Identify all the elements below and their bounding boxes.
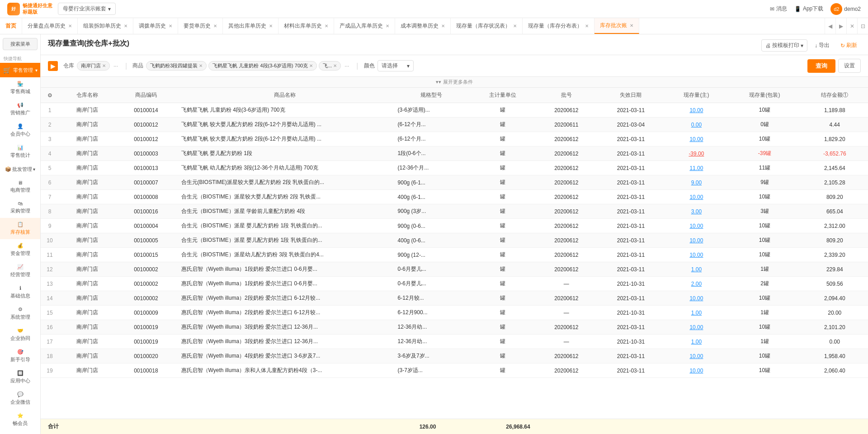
- product-tag-2[interactable]: 飞鹤星飞帆 儿童奶粉 4段(3-6岁适用) 700克 ✕: [208, 61, 317, 71]
- row-stock-main[interactable]: 10.00: [665, 219, 728, 233]
- row-stock-main[interactable]: 10.00: [665, 291, 728, 306]
- sidebar-item-finance[interactable]: 💰 资金管理: [0, 239, 40, 260]
- row-stock-main[interactable]: 0.00: [665, 118, 728, 132]
- expand-more-conditions[interactable]: ▾▾ 展开更多条件: [41, 77, 868, 88]
- close-icon[interactable]: ✕: [441, 24, 445, 28]
- sidebar-item-weixin[interactable]: 💬 企业微信: [0, 388, 40, 409]
- store-selector[interactable]: 母婴行业演示账套 ▾: [58, 3, 116, 15]
- color-filter-select[interactable]: 请选择 ▾: [377, 60, 414, 71]
- sidebar-item-purchase[interactable]: 🛍 采购管理: [0, 197, 40, 218]
- row-stock-main[interactable]: 2.00: [665, 277, 728, 291]
- maximize-button[interactable]: ⊡: [857, 18, 868, 34]
- tab-6[interactable]: 材料出库单历史 ✕: [278, 18, 334, 34]
- close-icon[interactable]: ✕: [585, 24, 589, 28]
- product-more-button[interactable]: ···: [343, 62, 351, 70]
- table-row: 6 南岸门店 00100007 合生元(BIOSTIME)派星较大婴儿配方奶粉 …: [41, 175, 868, 190]
- tab-5[interactable]: 其他出库单历史 ✕: [223, 18, 278, 34]
- tab-3[interactable]: 调拨单历史 ✕: [133, 18, 178, 34]
- sidebar-item-marketing[interactable]: 📢 营销推广: [0, 99, 40, 120]
- row-stock-main[interactable]: 10.00: [665, 190, 728, 204]
- sidebar-item-wholesale[interactable]: 📦 批发管理 ▾: [0, 162, 40, 176]
- sidebar-item-inventory[interactable]: 📋 库存核算: [0, 218, 40, 239]
- row-batch: —: [536, 335, 597, 349]
- tab-11[interactable]: 库存批次账 ✕: [594, 18, 639, 34]
- sidebar-item-statistics[interactable]: 📊 零售统计: [0, 141, 40, 162]
- row-stock-main[interactable]: 1.00: [665, 262, 728, 277]
- sidebar-item-member-pro[interactable]: ⭐ 畅会员: [0, 409, 40, 430]
- row-stock-main[interactable]: 10.00: [665, 248, 728, 262]
- filter-expand-button[interactable]: ▶: [48, 61, 58, 71]
- tab-prev-arrow[interactable]: ◀: [825, 18, 835, 34]
- warehouse-tag[interactable]: 南岸门店 ✕: [77, 61, 110, 71]
- row-batch: 20200612: [536, 204, 597, 219]
- row-stock-main[interactable]: 10.00: [665, 103, 728, 118]
- row-stock-main[interactable]: 1.00: [665, 306, 728, 320]
- sidebar-item-member[interactable]: 👤 会员中心: [0, 120, 40, 141]
- warehouse-more-button[interactable]: ···: [112, 62, 120, 70]
- tab-7[interactable]: 产成品入库单历史 ✕: [334, 18, 395, 34]
- product-tag-2-close[interactable]: ✕: [309, 63, 313, 68]
- tab-1[interactable]: 分量盘点单历史 ✕: [22, 18, 78, 34]
- tab-home[interactable]: 首页: [0, 18, 22, 34]
- row-stock-main[interactable]: 10.00: [665, 349, 728, 363]
- warehouse-tag-close[interactable]: ✕: [102, 63, 106, 68]
- app-download-button[interactable]: 📱 App下载: [794, 5, 823, 13]
- row-stock-main[interactable]: -39.00: [665, 146, 728, 161]
- tab-9[interactable]: 现存量（库存状况表） ✕: [451, 18, 523, 34]
- sidebar-item-basic-info[interactable]: ℹ 基础信息: [0, 282, 40, 303]
- export-button[interactable]: ↓ 导出: [811, 40, 833, 51]
- product-tag-3[interactable]: 飞... ✕: [319, 61, 341, 71]
- row-stock-main[interactable]: 1.00: [665, 335, 728, 349]
- close-icon[interactable]: ✕: [630, 23, 633, 28]
- row-stock-main[interactable]: 11.00: [665, 161, 728, 175]
- template-print-button[interactable]: 🖨 按模板打印 ▾: [761, 39, 807, 52]
- sidebar-item-app-center[interactable]: 🔲 应用中心: [0, 367, 40, 388]
- tab-next-arrow[interactable]: ▶: [835, 18, 846, 34]
- close-icon[interactable]: ✕: [325, 24, 328, 28]
- row-expire: 2021-03-11: [597, 219, 665, 233]
- sidebar-item-guide[interactable]: 🎯 新手引导: [0, 345, 40, 367]
- sidebar-item-ecommerce[interactable]: 🖥 电商管理: [0, 176, 40, 197]
- row-stock-main[interactable]: 3.00: [665, 204, 728, 219]
- sidebar-item-mall[interactable]: 🏪 零售商城: [0, 77, 40, 99]
- row-num: 9: [41, 219, 59, 233]
- sidebar-item-collab[interactable]: 🤝 企业协同: [0, 324, 40, 345]
- search-menu-button[interactable]: 搜索菜单: [3, 38, 38, 50]
- close-icon[interactable]: ✕: [386, 24, 389, 28]
- sidebar-item-retail[interactable]: 🛒 零售管理 ▾: [0, 63, 40, 77]
- user-profile[interactable]: d2 demo2: [830, 3, 861, 15]
- close-icon[interactable]: ✕: [169, 24, 172, 28]
- product-tag-3-close[interactable]: ✕: [333, 63, 337, 68]
- row-stock-main[interactable]: 10.00: [665, 363, 728, 378]
- tab-8[interactable]: 成本调整单历史 ✕: [395, 18, 451, 34]
- operation-icon: 📈: [17, 264, 24, 270]
- query-button[interactable]: 查询: [807, 59, 835, 73]
- row-expire: 2021-03-11: [597, 262, 665, 277]
- row-stock-main[interactable]: 10.00: [665, 320, 728, 335]
- sidebar-item-system[interactable]: ⚙ 系统管理: [0, 303, 40, 324]
- row-stock-main[interactable]: 9.00: [665, 175, 728, 190]
- row-warehouse: 南岸门店: [59, 349, 115, 363]
- close-icon[interactable]: ✕: [213, 24, 217, 28]
- tab-10[interactable]: 现存量（库存分布表） ✕: [523, 18, 594, 34]
- row-stock-pack: 10罐: [728, 320, 801, 335]
- tab-2[interactable]: 组装拆卸单历史 ✕: [78, 18, 133, 34]
- col-settings[interactable]: ⚙: [41, 88, 59, 103]
- product-tag-1[interactable]: 飞鹤奶粉3段四罐提装 ✕: [146, 61, 207, 71]
- sidebar-item-operation[interactable]: 📈 经营管理: [0, 260, 40, 282]
- close-icon[interactable]: ✕: [124, 24, 127, 28]
- tab-4[interactable]: 要货单历史 ✕: [178, 18, 223, 34]
- marketing-icon: 📢: [17, 102, 24, 108]
- product-tag-1-close[interactable]: ✕: [199, 63, 203, 68]
- settings-button[interactable]: 设置: [838, 59, 861, 73]
- row-batch: 20200612: [536, 132, 597, 146]
- row-code: 00100013: [115, 161, 176, 175]
- message-button[interactable]: ✉ 消息: [770, 5, 787, 13]
- close-icon[interactable]: ✕: [269, 24, 273, 28]
- row-stock-main[interactable]: 10.00: [665, 132, 728, 146]
- close-all-tabs-button[interactable]: ✕: [846, 18, 857, 34]
- refresh-button[interactable]: ↻ 刷新: [837, 40, 861, 51]
- close-icon[interactable]: ✕: [513, 24, 517, 28]
- close-icon[interactable]: ✕: [68, 24, 72, 28]
- row-stock-main[interactable]: 10.00: [665, 233, 728, 248]
